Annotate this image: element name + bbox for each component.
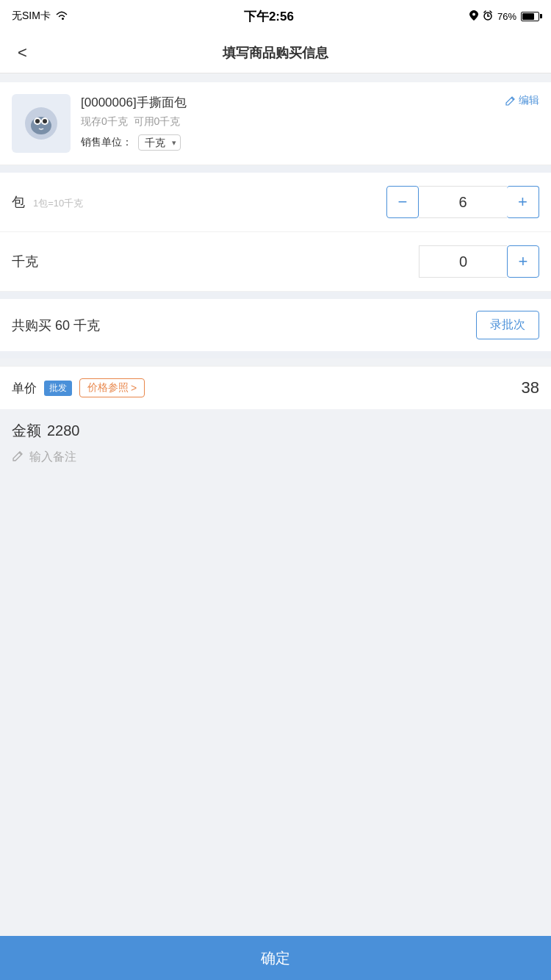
note-placeholder: 输入备注 <box>29 450 76 465</box>
product-info: [0000006]手撕面包 编辑 现存0千克 可用0千克 销售单位： 千克 <box>81 94 539 151</box>
wholesale-badge: 批发 <box>44 381 72 396</box>
batch-button[interactable]: 录批次 <box>476 311 539 339</box>
nav-bar: < 填写商品购买信息 <box>0 32 551 73</box>
svg-point-0 <box>472 12 475 15</box>
section-divider-3 <box>0 351 551 359</box>
price-row: 单价 批发 价格参照 > 38 <box>12 378 539 397</box>
note-row[interactable]: 输入备注 <box>12 450 539 465</box>
product-card: [0000006]手撕面包 编辑 现存0千克 可用0千克 销售单位： 千克 <box>0 82 551 165</box>
battery-icon <box>521 12 539 21</box>
kilogram-quantity-input[interactable] <box>419 245 507 278</box>
package-controls: − + <box>386 186 539 218</box>
product-name: [0000006]手撕面包 <box>81 94 187 111</box>
section-divider-1 <box>0 165 551 173</box>
package-plus-button[interactable]: + <box>507 186 539 218</box>
confirm-label: 确定 <box>261 948 290 968</box>
status-right: 76% <box>469 10 539 23</box>
wifi-icon <box>55 10 68 23</box>
confirm-bar[interactable]: 确定 <box>0 936 551 980</box>
amount-value: 2280 <box>47 422 80 439</box>
page-title: 填写商品购买信息 <box>223 44 328 62</box>
package-label: 包 1包=10千克 <box>12 193 386 211</box>
summary-text: 共购买 60 千克 <box>12 317 100 334</box>
price-section: 单价 批发 价格参照 > 38 <box>0 366 551 409</box>
summary-section: 共购买 60 千克 录批次 <box>0 299 551 351</box>
kilogram-controls: + <box>419 245 539 278</box>
svg-point-9 <box>43 119 47 123</box>
package-quantity-input[interactable] <box>419 186 507 218</box>
package-hint: 1包=10千克 <box>33 198 83 209</box>
battery-percent: 76% <box>497 11 516 22</box>
alarm-icon <box>483 10 493 23</box>
amount-label: 金额 <box>12 421 41 441</box>
svg-point-5 <box>31 117 51 134</box>
kilogram-label: 千克 <box>12 253 419 270</box>
product-stock: 现存0千克 可用0千克 <box>81 115 539 129</box>
back-button[interactable]: < <box>12 37 33 68</box>
pencil-icon <box>12 450 24 465</box>
price-reference-button[interactable]: 价格参照 > <box>79 378 145 397</box>
edit-label: 编辑 <box>519 94 539 107</box>
price-ref-label: 价格参照 <box>87 381 129 394</box>
price-ref-arrow: > <box>131 382 137 394</box>
section-divider-2 <box>0 292 551 299</box>
empty-space <box>0 477 551 697</box>
product-unit-row: 销售单位： 千克 <box>81 134 539 151</box>
status-bar: 无SIM卡 下午2:56 76% <box>0 0 551 32</box>
carrier-label: 无SIM卡 <box>12 10 51 23</box>
price-label: 单价 <box>12 380 37 397</box>
location-icon <box>469 10 478 23</box>
kilogram-quantity-row: 千克 + <box>0 232 551 292</box>
status-time: 下午2:56 <box>244 8 294 25</box>
package-quantity-row: 包 1包=10千克 − + <box>0 173 551 232</box>
product-image <box>12 94 71 153</box>
unit-select-wrap[interactable]: 千克 <box>138 134 181 151</box>
quantity-section: 包 1包=10千克 − + 千克 + <box>0 173 551 292</box>
edit-button[interactable]: 编辑 <box>505 94 539 107</box>
kilogram-plus-button[interactable]: + <box>507 245 539 278</box>
svg-point-8 <box>35 119 40 123</box>
price-value: 38 <box>522 378 539 397</box>
status-left: 无SIM卡 <box>12 10 68 23</box>
amount-row: 金额 2280 <box>12 421 539 441</box>
unit-select[interactable]: 千克 <box>138 134 181 151</box>
package-minus-button[interactable]: − <box>386 186 419 218</box>
amount-section: 金额 2280 输入备注 <box>0 409 551 477</box>
